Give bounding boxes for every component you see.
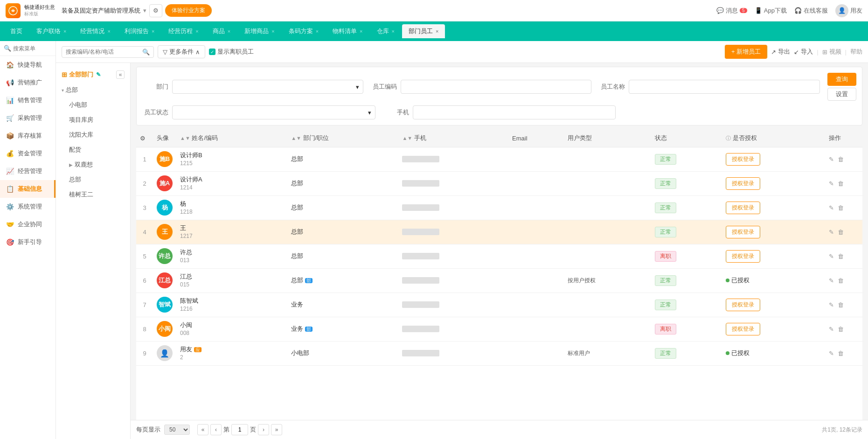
tab-warehouse[interactable]: 仓库 × bbox=[370, 24, 401, 38]
delete-icon[interactable]: 🗑 bbox=[838, 180, 844, 187]
dept-item-project[interactable]: 项目库房 bbox=[56, 112, 130, 127]
authorize-button[interactable]: 授权登录 bbox=[726, 250, 760, 263]
sidebar-item-collab[interactable]: 🤝 企业协同 bbox=[0, 216, 56, 233]
edit-icon[interactable]: ✎ bbox=[829, 326, 834, 333]
delete-icon[interactable]: 🗑 bbox=[838, 229, 844, 236]
edit-icon[interactable]: ✎ bbox=[829, 229, 834, 236]
view-button[interactable]: ⊞ 视频 bbox=[822, 48, 841, 56]
search-btn-icon[interactable]: 🔍 bbox=[142, 49, 150, 56]
export-button[interactable]: ↗ 导出 bbox=[771, 48, 790, 56]
page-next-button[interactable]: › bbox=[258, 424, 269, 435]
tab-profit[interactable]: 利润报告 × bbox=[118, 24, 161, 38]
close-icon[interactable]: × bbox=[436, 28, 438, 34]
sidebar-search[interactable]: 🔍 bbox=[0, 41, 56, 56]
sidebar-item-basic[interactable]: 📋 基础信息 bbox=[0, 180, 56, 198]
close-icon[interactable]: × bbox=[63, 28, 66, 34]
status-select[interactable]: ▾ bbox=[172, 105, 375, 119]
close-icon[interactable]: × bbox=[271, 28, 274, 34]
message-item[interactable]: 💬 消息 5 bbox=[716, 7, 747, 15]
edit-icon[interactable]: ✎ bbox=[829, 350, 834, 357]
dept-item-distribution[interactable]: 配货 bbox=[56, 142, 130, 157]
dropdown-icon[interactable]: ▾ bbox=[143, 7, 146, 14]
sidebar-search-input[interactable] bbox=[13, 45, 52, 52]
emp-code-input[interactable] bbox=[401, 80, 592, 94]
close-icon[interactable]: × bbox=[195, 28, 198, 34]
sidebar-item-marketing[interactable]: 📢 营销推广 bbox=[0, 74, 56, 91]
sidebar-item-guide[interactable]: 🎯 新手引导 bbox=[0, 233, 56, 251]
sidebar-item-sales[interactable]: 📊 销售管理 bbox=[0, 91, 56, 109]
experience-button[interactable]: 体验行业方案 bbox=[165, 4, 212, 17]
dept-item-zhishu[interactable]: 植树王二 bbox=[56, 187, 130, 202]
authorize-button[interactable]: 授权登录 bbox=[726, 153, 760, 166]
authorize-button[interactable]: 授权登录 bbox=[726, 177, 760, 190]
sidebar-item-business[interactable]: 📈 经营管理 bbox=[0, 162, 56, 180]
authorize-button[interactable]: 授权登录 bbox=[726, 226, 760, 238]
tab-goods[interactable]: 商品 × bbox=[206, 24, 237, 38]
edit-icon[interactable]: ✎ bbox=[829, 156, 834, 163]
search-box[interactable]: 🔍 bbox=[62, 46, 154, 58]
online-service-item[interactable]: 🎧 在线客服 bbox=[794, 7, 828, 15]
sidebar-item-quicknav[interactable]: 🏠 快捷导航 bbox=[0, 56, 56, 74]
page-input[interactable] bbox=[231, 424, 248, 435]
import-button[interactable]: ↙ 导入 bbox=[794, 48, 813, 56]
emp-name-input[interactable] bbox=[629, 80, 820, 94]
delete-icon[interactable]: 🗑 bbox=[838, 204, 844, 211]
search-input[interactable] bbox=[66, 49, 140, 55]
page-first-button[interactable]: « bbox=[197, 424, 208, 435]
settings-icon[interactable]: ⚙ bbox=[149, 4, 162, 17]
tab-dept-employee[interactable]: 部门员工 × bbox=[402, 24, 445, 38]
query-button[interactable]: 查询 bbox=[827, 73, 856, 86]
col-settings-header[interactable]: ⚙ bbox=[136, 129, 153, 147]
dept-item-root[interactable]: ▾ 总部 bbox=[56, 83, 130, 98]
delete-icon[interactable]: 🗑 bbox=[838, 350, 844, 357]
edit-icon[interactable]: ✎ bbox=[829, 301, 834, 308]
sidebar-item-finance[interactable]: 💰 资金管理 bbox=[0, 145, 56, 162]
show-resign-checkbox[interactable]: ✓ 显示离职员工 bbox=[209, 48, 254, 56]
edit-icon[interactable]: ✎ bbox=[829, 277, 834, 284]
delete-icon[interactable]: 🗑 bbox=[838, 326, 844, 333]
tab-home[interactable]: 首页 bbox=[4, 24, 29, 38]
close-icon[interactable]: × bbox=[392, 28, 395, 34]
dept-edit-icon[interactable]: ✎ bbox=[96, 71, 101, 78]
delete-icon[interactable]: 🗑 bbox=[838, 277, 844, 284]
authorize-button[interactable]: 授权登录 bbox=[726, 323, 760, 335]
help-button[interactable]: 帮助 bbox=[850, 48, 862, 56]
sidebar-item-inventory[interactable]: 📦 库存核算 bbox=[0, 127, 56, 145]
tab-bom[interactable]: 物料清单 × bbox=[326, 24, 369, 38]
authorize-button[interactable]: 授权登录 bbox=[726, 202, 760, 214]
delete-icon[interactable]: 🗑 bbox=[838, 253, 844, 260]
add-employee-button[interactable]: + 新增员工 bbox=[725, 45, 767, 59]
close-icon[interactable]: × bbox=[107, 28, 110, 34]
filter-settings-button[interactable]: 设置 bbox=[827, 88, 856, 101]
page-last-button[interactable]: » bbox=[271, 424, 282, 435]
per-page-select[interactable]: 50 100 200 bbox=[164, 425, 190, 435]
dept-item-shuanglu[interactable]: ▶ 双鹿想 bbox=[56, 157, 130, 172]
tab-customer[interactable]: 客户联络 × bbox=[30, 24, 73, 38]
dept-item-shenyang[interactable]: 沈阳大库 bbox=[56, 127, 130, 142]
edit-icon[interactable]: ✎ bbox=[829, 180, 834, 187]
page-prev-button[interactable]: ‹ bbox=[210, 424, 222, 435]
edit-icon[interactable]: ✎ bbox=[829, 204, 834, 211]
user-item[interactable]: 👤 用友 bbox=[835, 4, 862, 17]
app-download-item[interactable]: 📱 App下载 bbox=[755, 7, 787, 15]
tab-history[interactable]: 经营历程 × bbox=[162, 24, 205, 38]
dept-collapse-button[interactable]: « bbox=[116, 70, 125, 79]
dept-select[interactable]: ▾ bbox=[172, 80, 363, 94]
tab-barcode[interactable]: 条码方案 × bbox=[282, 24, 325, 38]
more-filter-btn[interactable]: ▽ 更多条件 ∧ bbox=[158, 45, 205, 58]
close-icon[interactable]: × bbox=[316, 28, 319, 34]
sidebar-item-purchase[interactable]: 🛒 采购管理 bbox=[0, 109, 56, 127]
sidebar-item-system[interactable]: ⚙️ 系统管理 bbox=[0, 198, 56, 216]
delete-icon[interactable]: 🗑 bbox=[838, 301, 844, 308]
authorize-button[interactable]: 授权登录 bbox=[726, 299, 760, 311]
phone-input[interactable] bbox=[413, 105, 616, 119]
close-icon[interactable]: × bbox=[228, 28, 230, 34]
tab-operation[interactable]: 经营情况 × bbox=[74, 24, 117, 38]
dept-item-headquarters[interactable]: 总部 bbox=[56, 172, 130, 187]
dept-item-small-elec[interactable]: 小电部 bbox=[56, 98, 130, 112]
delete-icon[interactable]: 🗑 bbox=[838, 156, 844, 163]
tab-new-goods[interactable]: 新增商品 × bbox=[238, 24, 281, 38]
close-icon[interactable]: × bbox=[360, 28, 362, 34]
close-icon[interactable]: × bbox=[152, 28, 154, 34]
edit-icon[interactable]: ✎ bbox=[829, 253, 834, 260]
